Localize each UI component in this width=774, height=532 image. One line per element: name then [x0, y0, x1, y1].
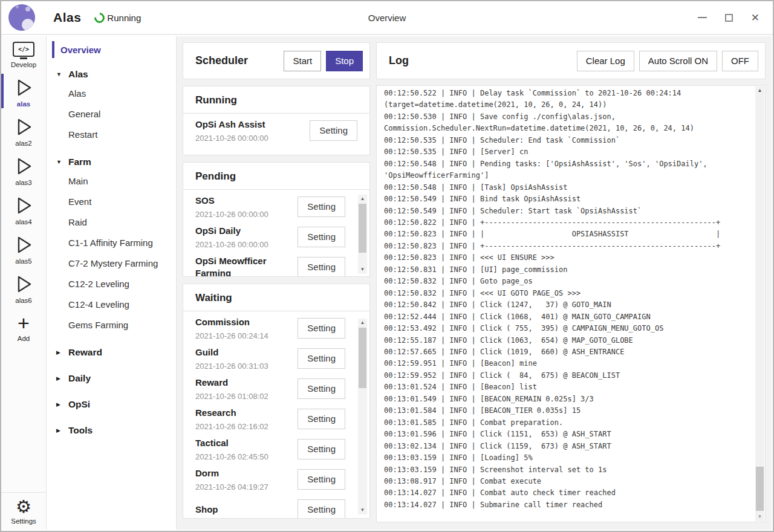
- play-icon: [13, 77, 34, 99]
- nav-item-gems-farming[interactable]: Gems Farming: [47, 315, 176, 336]
- setting-button[interactable]: Setting: [298, 227, 345, 247]
- rail-item-alas[interactable]: alas: [1, 71, 46, 111]
- task-name: Guild: [195, 346, 293, 358]
- task-name: Dorm: [195, 467, 293, 479]
- rail-item-add[interactable]: + Add: [1, 307, 46, 345]
- nav-group-header-opsi[interactable]: ▶ OpSi: [47, 395, 176, 414]
- rail-item-label: Develop: [11, 61, 36, 68]
- task-row: OpSi Meowfficer Farming Setting: [195, 251, 345, 277]
- log-line: 'OpsiMeowfficerFarming']: [384, 170, 749, 181]
- nav-group-label: Farm: [68, 157, 91, 167]
- nav-item-c12-2-leveling[interactable]: C12-2 Leveling: [47, 274, 176, 294]
- pending-scrollbar[interactable]: ▲ ▼: [358, 195, 367, 274]
- main-content: Scheduler Start Stop Running OpSi Ash As…: [177, 36, 772, 530]
- nav-group-header-tools[interactable]: ▶ Tools: [47, 421, 176, 440]
- log-line: (target=datetime.datetime(2021, 10, 26, …: [384, 99, 749, 111]
- log-line: 00:12:50.822 | INFO | +-----------------…: [384, 217, 749, 229]
- nav-group-label: Alas: [68, 69, 88, 80]
- nav-item-c1-1-affinity-farming[interactable]: C1-1 Affinity Farming: [47, 233, 176, 253]
- rail-item-settings[interactable]: ⚙ Settings: [1, 492, 46, 530]
- log-line: 00:13:01.585 | INFO | Combat preparation…: [384, 417, 749, 429]
- scrollbar-thumb[interactable]: [359, 328, 366, 388]
- nav-group-alas: ▼ Alas Alas General Restart: [47, 65, 176, 145]
- setting-button[interactable]: Setting: [298, 409, 345, 429]
- nav-item-general[interactable]: General: [47, 104, 176, 125]
- setting-button[interactable]: Setting: [298, 196, 345, 217]
- log-line: 00:12:50.548 | INFO | [Task] OpsiAshAssi…: [384, 182, 749, 193]
- nav-group-header-daily[interactable]: ▶ Daily: [47, 369, 176, 388]
- scroll-down-icon[interactable]: ▼: [358, 265, 367, 274]
- scroll-up-icon[interactable]: ▲: [358, 195, 367, 203]
- auto-scroll-on-button[interactable]: Auto Scroll ON: [639, 51, 717, 71]
- task-name: SOS: [195, 195, 293, 207]
- running-spinner-icon: [93, 10, 107, 25]
- scroll-down-icon[interactable]: ▼: [755, 513, 764, 521]
- start-button[interactable]: Start: [284, 51, 321, 71]
- scheduler-status-text: Running: [107, 13, 141, 23]
- rail-item-alas6[interactable]: alas6: [1, 268, 46, 307]
- play-icon: [13, 116, 34, 138]
- log-line: 00:12:50.522 | INFO | Delay task `Commis…: [384, 88, 749, 99]
- running-title: Running: [195, 94, 357, 106]
- nav-item-main[interactable]: Main: [47, 171, 176, 192]
- clear-log-button[interactable]: Clear Log: [577, 51, 634, 71]
- nav-group-header-reward[interactable]: ▶ Reward: [47, 343, 176, 362]
- setting-button[interactable]: Setting: [298, 499, 345, 519]
- minimize-icon[interactable]: [698, 17, 707, 18]
- window-controls: ✕: [698, 14, 773, 22]
- task-row: Tactical 2021-10-26 02:45:50 Setting: [195, 433, 345, 464]
- nav-menu: Overview ▼ Alas Alas General Restart ▼ F…: [47, 36, 177, 530]
- nav-group-label: OpSi: [68, 399, 90, 410]
- app-title: Alas: [53, 10, 81, 25]
- scroll-up-icon[interactable]: ▲: [358, 319, 367, 327]
- task-row: Shop Setting: [195, 494, 345, 519]
- nav-item-c12-4-leveling[interactable]: C12-4 Leveling: [47, 294, 176, 315]
- nav-group-header-farm[interactable]: ▼ Farm: [47, 153, 176, 171]
- log-line: 00:12:59.952 | INFO | Click ( 84, 675) @…: [384, 370, 749, 381]
- log-line: 00:13:14.027 | INFO | Combat auto check …: [384, 487, 749, 499]
- task-name: Research: [195, 407, 293, 419]
- nav-item-restart[interactable]: Restart: [47, 125, 176, 145]
- rail-item-develop[interactable]: </> Develop: [1, 36, 46, 71]
- scrollbar-thumb[interactable]: [359, 204, 366, 253]
- auto-scroll-off-button[interactable]: OFF: [722, 51, 758, 71]
- log-line: 00:12:50.548 | INFO | Pending tasks: ['O…: [384, 158, 749, 170]
- nav-item-raid[interactable]: Raid: [47, 212, 176, 233]
- log-output[interactable]: 00:12:50.522 | INFO | Delay task `Commis…: [384, 88, 749, 520]
- rail-item-alas3[interactable]: alas3: [1, 150, 46, 189]
- setting-button[interactable]: Setting: [310, 120, 357, 141]
- scrollbar-thumb[interactable]: [756, 467, 764, 511]
- close-icon[interactable]: ✕: [751, 14, 759, 22]
- titlebar: Overview Alas Running ✕: [1, 1, 773, 35]
- setting-button[interactable]: Setting: [298, 378, 345, 399]
- nav-group-header-alas[interactable]: ▼ Alas: [47, 65, 176, 83]
- play-icon: [13, 155, 34, 177]
- rail-item-alas4[interactable]: alas4: [1, 189, 46, 229]
- nav-item-overview[interactable]: Overview: [52, 41, 176, 58]
- scroll-up-icon[interactable]: ▲: [755, 86, 764, 95]
- log-line: 00:12:50.823 | INFO | <<< UI ENSURE >>>: [384, 252, 749, 264]
- setting-button[interactable]: Setting: [298, 439, 345, 459]
- chevron-right-icon: ▶: [56, 375, 62, 381]
- rail-item-alas5[interactable]: alas5: [1, 229, 46, 268]
- rail-item-alas2[interactable]: alas2: [1, 111, 46, 150]
- waiting-scrollbar[interactable]: ▲ ▼: [358, 319, 367, 514]
- setting-button[interactable]: Setting: [298, 318, 345, 339]
- running-panel: Running OpSi Ash Assist 2021-10-26 00:00…: [183, 86, 370, 155]
- nav-item-c7-2-mystery-farming[interactable]: C7-2 Mystery Farming: [47, 253, 176, 274]
- log-line: 00:12:59.951 | INFO | [Beacon] mine: [384, 358, 749, 369]
- setting-button[interactable]: Setting: [298, 469, 345, 490]
- rail-item-label: alas6: [15, 297, 32, 304]
- scroll-down-icon[interactable]: ▼: [358, 506, 367, 514]
- log-line: 00:13:08.917 | INFO | Combat execute: [384, 476, 749, 487]
- log-scrollbar[interactable]: ▲ ▼: [755, 86, 764, 521]
- setting-button[interactable]: Setting: [298, 348, 345, 369]
- nav-item-event[interactable]: Event: [47, 192, 176, 212]
- nav-group-label: Reward: [68, 347, 102, 358]
- setting-button[interactable]: Setting: [298, 257, 345, 277]
- nav-group-label: Daily: [68, 373, 91, 384]
- nav-item-alas[interactable]: Alas: [47, 83, 176, 104]
- maximize-icon[interactable]: [725, 14, 733, 22]
- stop-button[interactable]: Stop: [326, 51, 363, 71]
- rail-item-label: alas2: [15, 140, 32, 147]
